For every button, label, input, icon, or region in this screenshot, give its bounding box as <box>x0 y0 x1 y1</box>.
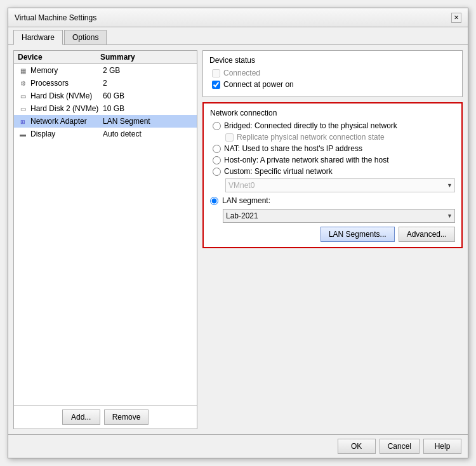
device-name: Display <box>30 130 103 138</box>
help-button[interactable]: Help <box>423 439 461 454</box>
table-row[interactable]: Network Adapter LAN Segment <box>14 115 197 128</box>
disk-icon <box>18 92 28 100</box>
network-connection-title: Network connection <box>210 109 455 117</box>
replicate-label: Replicate physical network connection st… <box>237 133 385 142</box>
hostonly-row: Host-only: A private network shared with… <box>210 156 455 164</box>
lan-select-row: Lab-2021 ▼ <box>210 209 455 223</box>
lan-segment-label: LAN segment: <box>222 196 270 205</box>
tabs-bar: Hardware Options <box>8 27 468 45</box>
bridged-row: Bridged: Connected directly to the physi… <box>210 121 455 130</box>
connect-power-label: Connect at power on <box>223 80 294 89</box>
tab-options[interactable]: Options <box>64 30 107 44</box>
table-row[interactable]: Hard Disk 2 (NVMe) 10 GB <box>14 102 197 115</box>
vmnet-row: VMnet0 ▼ <box>210 178 455 192</box>
right-panel: Device status Connected Connect at power… <box>202 50 463 429</box>
bridged-label: Bridged: Connected directly to the physi… <box>224 121 397 130</box>
bridged-radio[interactable] <box>213 122 221 130</box>
table-row[interactable]: Memory 2 GB <box>14 64 197 77</box>
ok-button[interactable]: OK <box>338 439 376 454</box>
custom-label: Custom: Specific virtual network <box>224 167 333 176</box>
disk2-icon <box>18 105 28 112</box>
network-connection-section: Network connection Bridged: Connected di… <box>202 102 463 248</box>
connected-label: Connected <box>223 69 260 77</box>
device-name: Processors <box>30 79 103 88</box>
tab-hardware[interactable]: Hardware <box>13 30 63 45</box>
device-status-title: Device status <box>209 56 456 65</box>
hostonly-label: Host-only: A private network shared with… <box>224 156 388 164</box>
replicate-checkbox[interactable] <box>225 133 234 142</box>
left-panel: Device Summary Memory 2 GB Processors 2 … <box>13 50 197 429</box>
device-name: Hard Disk 2 (NVMe) <box>30 104 103 113</box>
lan-select-wrapper: Lab-2021 ▼ <box>223 209 455 223</box>
table-header: Device Summary <box>14 51 197 64</box>
custom-row: Custom: Specific virtual network <box>210 167 455 176</box>
col-summary-header: Summary <box>100 53 193 62</box>
display-icon <box>18 130 28 138</box>
device-summary: 2 GB <box>103 66 193 75</box>
device-name: Network Adapter <box>30 117 103 126</box>
advanced-button[interactable]: Advanced... <box>399 227 455 242</box>
connected-checkbox[interactable] <box>212 69 220 77</box>
device-summary: 10 GB <box>103 104 193 113</box>
connect-power-checkbox[interactable] <box>212 81 220 89</box>
vmnet-dropdown-wrapper: VMnet0 ▼ <box>225 178 455 192</box>
content-area: Device Summary Memory 2 GB Processors 2 … <box>8 45 468 434</box>
device-name: Memory <box>30 66 103 75</box>
table-row[interactable]: Display Auto detect <box>14 128 197 140</box>
table-row[interactable]: Processors 2 <box>14 77 197 90</box>
table-row[interactable]: Hard Disk (NVMe) 60 GB <box>14 90 197 102</box>
device-status-section: Device status Connected Connect at power… <box>202 50 463 97</box>
left-panel-buttons: Add... Remove <box>14 405 197 429</box>
vmnet-select[interactable]: VMnet0 <box>225 178 455 192</box>
title-bar: Virtual Machine Settings ✕ <box>8 8 468 27</box>
device-summary: 2 <box>103 79 193 88</box>
connect-power-row: Connect at power on <box>209 80 456 89</box>
hostonly-radio[interactable] <box>213 156 221 164</box>
custom-radio[interactable] <box>213 168 221 176</box>
lan-segments-button[interactable]: LAN Segments... <box>321 227 395 242</box>
lan-segment-select[interactable]: Lab-2021 <box>223 209 455 223</box>
network-icon <box>18 117 28 125</box>
nat-label: NAT: Used to share the host's IP address <box>224 144 362 153</box>
nat-radio[interactable] <box>213 145 221 153</box>
action-buttons-row: LAN Segments... Advanced... <box>210 227 455 242</box>
device-table: Device Summary Memory 2 GB Processors 2 … <box>14 51 197 405</box>
add-button[interactable]: Add... <box>62 409 100 425</box>
remove-button[interactable]: Remove <box>104 409 149 425</box>
close-button[interactable]: ✕ <box>451 13 461 23</box>
lan-segment-radio[interactable] <box>210 197 218 205</box>
lan-segment-row: LAN segment: <box>210 196 455 205</box>
device-summary: LAN Segment <box>103 117 193 126</box>
bottom-bar: OK Cancel Help <box>8 434 468 458</box>
col-device-header: Device <box>18 53 100 62</box>
device-summary: Auto detect <box>103 130 193 138</box>
window-title: Virtual Machine Settings <box>15 13 96 22</box>
device-summary: 60 GB <box>103 91 193 100</box>
replicate-row: Replicate physical network connection st… <box>210 133 455 142</box>
memory-icon <box>18 67 28 74</box>
device-name: Hard Disk (NVMe) <box>30 91 103 100</box>
cancel-button[interactable]: Cancel <box>380 439 420 454</box>
connected-row: Connected <box>209 69 456 77</box>
cpu-icon <box>18 79 28 87</box>
nat-row: NAT: Used to share the host's IP address <box>210 144 455 153</box>
virtual-machine-settings-window: Virtual Machine Settings ✕ Hardware Opti… <box>8 8 468 458</box>
